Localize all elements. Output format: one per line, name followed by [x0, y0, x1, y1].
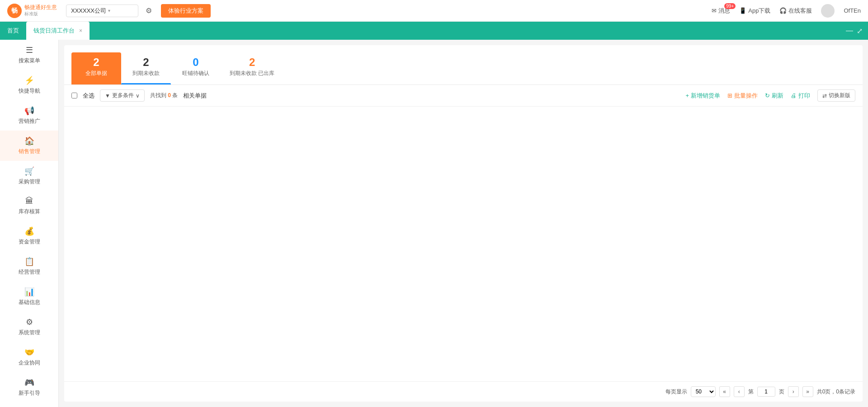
- avatar[interactable]: [821, 4, 835, 18]
- tab-home-label: 首页: [7, 27, 19, 35]
- company-selector[interactable]: XXXXXX公司 ▾: [66, 5, 138, 17]
- sidebar-item-newbie[interactable]: 🎮 新手引导: [0, 372, 58, 402]
- system-icon: ⚙: [26, 317, 33, 327]
- message-btn[interactable]: ✉ 消息 99+: [712, 7, 730, 15]
- sidebar-item-operations[interactable]: 📋 经营管理: [0, 251, 58, 281]
- add-icon: +: [685, 92, 689, 99]
- header-right: ✉ 消息 99+ 📱 App下载 🎧 在线客服 OfTEn: [712, 4, 861, 18]
- sidebar-newbie-label: 新手引导: [19, 389, 40, 397]
- sidebar-item-finance[interactable]: 💰 资金管理: [0, 221, 58, 251]
- per-page-label: 每页显示: [665, 388, 687, 396]
- sales-icon: 🏠: [24, 136, 34, 146]
- prev-page-btn[interactable]: ‹: [734, 386, 745, 397]
- table-area: [64, 107, 863, 381]
- page-number-input[interactable]: [757, 387, 775, 397]
- sidebar-finance-label: 资金管理: [19, 238, 40, 246]
- last-page-btn[interactable]: »: [802, 386, 813, 397]
- sidebar: ☰ 搜索菜单 ⚡ 快捷导航 📢 营销推广 🏠 销售管理 🛒 采购管理 🏛 库存核…: [0, 40, 59, 407]
- experience-btn[interactable]: 体验行业方案: [161, 4, 211, 18]
- sidebar-quick-nav-label: 快捷导航: [19, 87, 40, 95]
- inventory-icon: 🏛: [25, 196, 33, 206]
- app-download-btn[interactable]: 📱 App下载: [739, 7, 770, 15]
- refresh-label: 刷新: [772, 92, 783, 100]
- print-btn[interactable]: 🖨 打印: [791, 92, 810, 100]
- card-wangpu-num: 0: [193, 56, 198, 69]
- sidebar-search-label: 搜索菜单: [19, 57, 40, 65]
- card-overdue[interactable]: 2 到期未收款: [121, 52, 171, 84]
- newbie-icon: 🎮: [24, 378, 34, 388]
- per-page-select[interactable]: 50 100 200: [691, 386, 716, 397]
- tab-workbench-label: 钱货日清工作台: [33, 27, 75, 35]
- related-label: 相关单据: [183, 92, 207, 100]
- sidebar-item-marketing[interactable]: 📢 营销推广: [0, 100, 58, 131]
- main-content: 2 全部单据 2 到期未收款 0 旺铺待确认 2 到期未收款 已出库 全选 ▼: [59, 40, 868, 407]
- card-overdue-num: 2: [143, 56, 149, 69]
- card-all-num: 2: [93, 56, 99, 69]
- sidebar-item-system[interactable]: ⚙ 系统管理: [0, 312, 58, 342]
- sidebar-item-appcenter[interactable]: 📥 应用中心: [0, 402, 58, 407]
- logo-text: 畅捷通好生意: [24, 4, 57, 11]
- refresh-icon: ↻: [765, 92, 770, 99]
- sidebar-item-enterprise[interactable]: 🤝 企业协同: [0, 342, 58, 372]
- first-page-btn[interactable]: «: [719, 386, 730, 397]
- tab-minimize-icon[interactable]: —: [846, 27, 853, 35]
- logo-icon: 畅: [7, 4, 22, 18]
- refresh-btn[interactable]: ↻ 刷新: [765, 92, 783, 100]
- sidebar-item-sales[interactable]: 🏠 销售管理: [0, 131, 58, 161]
- filter-icon: ▼: [105, 93, 110, 99]
- logo: 畅 畅捷通好生意 标准版: [7, 4, 66, 18]
- sidebar-inventory-label: 库存核算: [19, 208, 40, 215]
- next-page-btn[interactable]: ›: [788, 386, 799, 397]
- toolbar: 全选 ▼ 更多条件 ∨ 共找到 0 条 相关单据 + 新增销货单 ⊞ 批量操作: [64, 85, 863, 107]
- tab-bar: 首页 钱货日清工作台 × — ⤢: [0, 22, 868, 40]
- select-all-checkbox[interactable]: [71, 93, 77, 98]
- batch-icon: ⊞: [727, 92, 732, 99]
- basics-icon: 📊: [24, 287, 34, 297]
- card-all[interactable]: 2 全部单据: [71, 52, 121, 84]
- logo-sub: 标准版: [24, 11, 57, 17]
- batch-label: 批量操作: [734, 92, 758, 100]
- service-icon: 🎧: [779, 7, 787, 14]
- tab-maximize-icon[interactable]: ⤢: [857, 27, 863, 35]
- print-label: 打印: [798, 92, 810, 100]
- tab-workbench[interactable]: 钱货日清工作台 ×: [26, 22, 90, 40]
- sidebar-enterprise-label: 企业协同: [19, 359, 40, 367]
- sidebar-item-search[interactable]: ☰ 搜索菜单: [0, 40, 58, 70]
- username[interactable]: OfTEn: [844, 7, 861, 14]
- service-label: 在线客服: [788, 7, 812, 15]
- sidebar-item-purchase[interactable]: 🛒 采购管理: [0, 161, 58, 191]
- total-info: 共0页，0条记录: [817, 388, 855, 396]
- switch-icon: ⇄: [822, 93, 827, 99]
- sidebar-operations-label: 经营管理: [19, 268, 40, 276]
- sidebar-item-inventory[interactable]: 🏛 库存核算: [0, 191, 58, 221]
- card-overdue-label: 到期未收款: [132, 70, 160, 77]
- card-wangpu[interactable]: 0 旺铺待确认: [171, 52, 221, 84]
- add-sales-order-btn[interactable]: + 新增销货单: [685, 92, 720, 100]
- filter-label: 更多条件: [112, 92, 134, 99]
- search-menu-icon: ☰: [26, 45, 33, 55]
- content-area: 2 全部单据 2 到期未收款 0 旺铺待确认 2 到期未收款 已出库 全选 ▼: [64, 45, 863, 402]
- sidebar-sales-label: 销售管理: [19, 148, 40, 155]
- sidebar-item-quick-nav[interactable]: ⚡ 快捷导航: [0, 70, 58, 100]
- add-label: 新增销货单: [691, 92, 720, 100]
- more-filter-btn[interactable]: ▼ 更多条件 ∨: [100, 89, 145, 102]
- marketing-icon: 📢: [24, 106, 34, 116]
- operations-icon: 📋: [24, 257, 34, 267]
- card-wangpu-label: 旺铺待确认: [182, 70, 209, 77]
- settings-icon[interactable]: ⚙: [142, 4, 156, 18]
- print-icon: 🖨: [791, 92, 797, 99]
- online-service-btn[interactable]: 🎧 在线客服: [779, 7, 812, 15]
- header: 畅 畅捷通好生意 标准版 XXXXXX公司 ▾ ⚙ 体验行业方案 ✉ 消息 99…: [0, 0, 868, 22]
- app-icon: 📱: [739, 7, 746, 14]
- batch-operation-btn[interactable]: ⊞ 批量操作: [727, 92, 758, 100]
- switch-label: 切换新版: [829, 92, 850, 99]
- card-overdue-shipped[interactable]: 2 到期未收款 已出库: [221, 52, 283, 84]
- quick-nav-icon: ⚡: [24, 75, 34, 85]
- toolbar-right: + 新增销货单 ⊞ 批量操作 ↻ 刷新 🖨 打印 ⇄ 切换新版: [685, 89, 855, 102]
- tab-close-icon[interactable]: ×: [79, 28, 82, 34]
- switch-new-version-btn[interactable]: ⇄ 切换新版: [817, 89, 855, 102]
- card-underline: [121, 83, 171, 84]
- finance-icon: 💰: [24, 226, 34, 236]
- tab-home[interactable]: 首页: [0, 22, 26, 40]
- sidebar-item-basics[interactable]: 📊 基础信息: [0, 281, 58, 312]
